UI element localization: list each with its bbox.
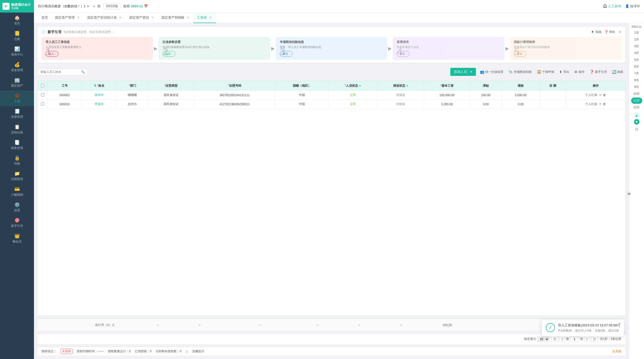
calendar-month-2[interactable]: 2月 — [631, 36, 642, 43]
recharge-link[interactable]: 去充值 — [612, 349, 621, 353]
row-checkbox[interactable] — [38, 100, 48, 109]
tab-home[interactable]: 首页 — [38, 13, 52, 23]
tab-close-btn[interactable]: ✕ — [150, 16, 154, 20]
emp-id-no: 360782200104131111 — [194, 91, 275, 100]
tab-depreciation[interactable]: 固定资产折旧统计表✕ — [84, 13, 126, 23]
calendar-month-7[interactable]: 7月 — [631, 70, 642, 77]
emp-ops[interactable]: 个人社保 ✏ 🗑 — [566, 91, 625, 100]
tab-fixed-assets-mgmt[interactable]: 固定资产管理✕ — [52, 13, 84, 23]
toolbar-action-new-guide[interactable]: ❓新手引导 — [588, 69, 609, 75]
add-person-dropdown[interactable]: ▼ — [468, 70, 472, 73]
calendar-month-10[interactable]: 10月 — [631, 91, 642, 97]
calendar-month-3[interactable]: 3月 — [631, 43, 642, 49]
emp-name[interactable]: 李俊杰 — [82, 100, 116, 109]
sidebar-item-fixed-assets[interactable]: 🏢固定资产 — [0, 75, 34, 90]
ops-social-btn[interactable]: 个人社保 — [585, 102, 597, 106]
account-dropdown-arrow[interactable]: ▼ — [87, 5, 89, 8]
sidebar-item-vip[interactable]: 👑畅会员 — [0, 231, 34, 246]
tab-close-btn[interactable]: ✕ — [208, 16, 212, 20]
search-input[interactable] — [40, 70, 79, 74]
sidebar-item-archive[interactable]: 📁归档管理 — [0, 168, 34, 184]
emp-country: 中国 — [275, 91, 328, 100]
sidebar-item-payroll[interactable]: 💼工资 — [0, 90, 34, 106]
warning-label: 温馨提示 — [192, 349, 204, 353]
col-header-allowance: 津贴 — [470, 81, 502, 91]
calendar-month-4[interactable]: 4月 — [631, 50, 642, 56]
calendar-month-12[interactable]: 12月 — [631, 104, 642, 111]
add-person-button[interactable]: 添加人员 ▼ — [450, 68, 476, 76]
fixed-assets-icon: 🏢 — [14, 77, 20, 83]
toast-close-btn[interactable]: ✕ — [618, 322, 621, 326]
sidebar-item-home[interactable]: 🏠首页 — [0, 13, 34, 28]
sidebar-item-label: 发票管理 — [11, 115, 23, 119]
select-all-checkbox[interactable] — [41, 84, 44, 87]
emp-base-salary: 100,000.00 — [424, 91, 470, 100]
sidebar-item-closing[interactable]: 🔒结账 — [0, 153, 34, 168]
sidebar-item-reports[interactable]: 📊报表中心 — [0, 44, 34, 59]
ops-delete-btn[interactable]: 🗑 — [603, 93, 606, 97]
tab-fa-category[interactable]: 固定资产类别✕ — [126, 13, 158, 23]
calendar-month-5[interactable]: 5月 — [631, 57, 642, 63]
sidebar-item-expense[interactable]: 💳小畅报销 — [0, 184, 34, 199]
sidebar-item-sales[interactable]: 📋进销台账 — [0, 122, 34, 137]
toolbar-action-export[interactable]: ⬆导出 — [557, 69, 571, 75]
calendar-month-8[interactable]: 8月 — [631, 77, 642, 83]
period-info: 账期 2023-11 📅 — [123, 4, 148, 9]
page-size-dropdown[interactable]: 10 20 50 — [537, 336, 549, 342]
sidebar-item-invoicing[interactable]: 🧾发票管理 — [0, 106, 34, 122]
ops-edit-btn[interactable]: ✏ — [599, 93, 602, 97]
toolbar-action-refresh[interactable]: 🔄刷新 — [610, 69, 625, 75]
ops-edit-btn[interactable]: ✏ — [599, 102, 602, 106]
calendar-month-11[interactable]: 11月 — [631, 97, 642, 104]
tab-label: 首页 — [42, 15, 48, 20]
col-header-checkbox[interactable] — [38, 81, 48, 91]
first-page-btn[interactable]: ⟨⟨ — [551, 336, 558, 342]
video-link[interactable]: ▶ 视频 — [591, 30, 601, 34]
col-header-name: ⇅ *姓名 — [82, 81, 116, 91]
prev-page-btn[interactable]: ⟨ — [559, 336, 565, 342]
sidebar-item-guide[interactable]: 🎯新手引导 — [0, 215, 34, 231]
service-btn[interactable]: 🎧 人工咨询 — [603, 4, 621, 9]
sidebar-item-ledger[interactable]: 📒总账 — [0, 28, 34, 44]
tab-close-btn[interactable]: ✕ — [76, 16, 80, 20]
toolbar-action-special-deduction[interactable]: 📎专项附加扣除 — [506, 69, 534, 75]
toolbar-action-tax-filing[interactable]: 🧮个税申报 — [535, 69, 556, 75]
sidebar-item-tax[interactable]: 📑税务管理 — [0, 137, 34, 153]
search-icon[interactable]: 🔍 — [81, 70, 85, 74]
calendar-month-9[interactable]: 9月 — [631, 84, 642, 90]
toast-title: 导入工资表模板(2023-03-23 15:07:59.897) — [558, 323, 620, 328]
tab-close-btn[interactable]: ✕ — [118, 16, 122, 20]
add-account-icon[interactable]: + — [93, 4, 95, 9]
calendar-month-1[interactable]: 1月 — [631, 30, 642, 36]
ops-social-btn[interactable]: 个人社保 — [585, 93, 597, 97]
row-checkbox[interactable] — [38, 91, 48, 100]
calendar-month-6[interactable]: 6月 — [631, 64, 642, 70]
calendar-up-nav[interactable]: ▲ — [634, 113, 639, 118]
guide-close-btn[interactable]: ✕ — [618, 30, 621, 34]
toolbar-action-operations[interactable]: ⚙操作 — [572, 69, 587, 75]
toolbar-action-social-insurance[interactable]: 👥统一社保设置 — [478, 69, 505, 75]
tab-payroll-table[interactable]: 工资表✕ — [193, 13, 216, 23]
current-page-input[interactable] — [570, 336, 579, 342]
user-info[interactable]: 👤 徐泽华 — [625, 4, 640, 9]
emp-calc — [540, 91, 566, 100]
expense-icon: 💳 — [14, 186, 20, 192]
calendar-settings-icon[interactable]: ⚙ — [635, 127, 639, 132]
ops-delete-btn[interactable]: 🗑 — [603, 102, 606, 106]
tab-fa-detail[interactable]: 固定资产明细账✕ — [158, 13, 193, 23]
next-page-btn[interactable]: ⟩ — [584, 336, 590, 342]
calendar-down-nav[interactable]: ▼ — [634, 119, 639, 125]
emp-name[interactable]: 徐泽华 — [82, 91, 116, 100]
sales-icon: 📋 — [14, 124, 20, 130]
panel-expand-arrow[interactable]: ◀ — [626, 191, 631, 196]
calendar-icon[interactable]: 📅 — [144, 4, 148, 8]
sidebar-item-funds[interactable]: 💰资金管理 — [0, 59, 34, 75]
step-num: 1 — [46, 47, 51, 57]
old-version-button[interactable]: 切到旧版 — [103, 3, 121, 9]
settings-icon[interactable]: ⚙ — [97, 4, 101, 9]
sidebar-item-settings[interactable]: ⚙️设置 — [0, 199, 34, 215]
tab-close-btn[interactable]: ✕ — [186, 16, 190, 20]
last-page-btn[interactable]: ⟩⟩ — [591, 336, 598, 342]
help-link[interactable]: ❓ 帮助 — [605, 30, 615, 34]
emp-ops[interactable]: 个人社保 ✏ 🗑 — [566, 100, 625, 109]
